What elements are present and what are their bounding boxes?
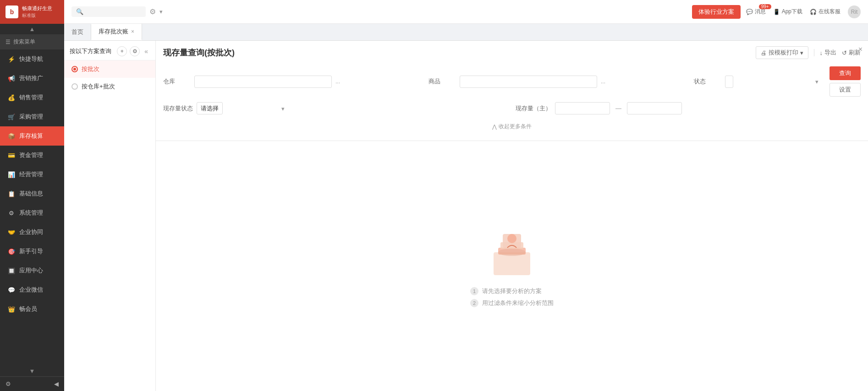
right-panel: 现存量查询(按批次) 🖨 按模板打印 ▾ ↓ 导出 ↺ 刷新 bbox=[156, 41, 868, 391]
scheme-by-batch[interactable]: 按批次 bbox=[64, 60, 155, 78]
messages-badge: 99+ bbox=[759, 4, 771, 9]
sidebar-header: b 畅康通好生意 标准版 bbox=[0, 0, 64, 24]
online-support-label: 在线客服 bbox=[819, 8, 841, 16]
scheme-by-warehouse-batch[interactable]: 按仓库+批次 bbox=[64, 78, 155, 95]
topbar-left: 🔍 ⚙ ▾ bbox=[71, 6, 687, 17]
collapse-more-btn[interactable]: ⋀ 收起更多条件 bbox=[163, 120, 861, 133]
main-area: 🔍 ⚙ ▾ 体验行业方案 💬 消息 99+ 📱 App下载 🎧 在线客服 bbox=[64, 0, 868, 391]
collapse-panel-btn[interactable]: « bbox=[143, 47, 150, 56]
brand-sub: 标准版 bbox=[22, 12, 52, 19]
settings-btn[interactable]: 设置 bbox=[830, 83, 861, 97]
sidebar-item-marketing[interactable]: 📢 营销推广 bbox=[0, 69, 64, 88]
tab-home-label: 首页 bbox=[71, 28, 83, 36]
nav-label: 企业协同 bbox=[19, 228, 43, 236]
nav-label: 畅会员 bbox=[19, 305, 37, 313]
goods-input[interactable] bbox=[460, 76, 597, 88]
query-btn[interactable]: 查询 bbox=[830, 66, 861, 80]
warehouse-more-btn[interactable]: ... bbox=[335, 78, 340, 85]
scroll-down-btn[interactable]: ▼ bbox=[0, 366, 64, 376]
basic-icon: 📋 bbox=[7, 190, 16, 198]
user-avatar-btn[interactable]: Rit bbox=[848, 5, 861, 18]
quick-nav-icon: ⚡ bbox=[7, 55, 16, 63]
sidebar-item-finance[interactable]: 💳 资金管理 bbox=[0, 146, 64, 165]
page-title: 现存量查询(按批次) bbox=[163, 47, 235, 58]
message-icon: 💬 bbox=[746, 9, 753, 15]
nav-label: 库存核算 bbox=[19, 132, 43, 140]
sidebar-item-apps[interactable]: 🔲 应用中心 bbox=[0, 261, 64, 280]
support-icon: 🎧 bbox=[810, 9, 817, 15]
sidebar-item-system[interactable]: ⚙ 系统管理 bbox=[0, 203, 64, 223]
print-icon: 🖨 bbox=[761, 49, 767, 56]
inventory-status-select[interactable]: 请选择 bbox=[197, 102, 223, 114]
industry-btn[interactable]: 体验行业方案 bbox=[692, 5, 741, 19]
goods-more-btn[interactable]: ... bbox=[601, 78, 605, 85]
warehouse-label: 仓库 bbox=[163, 77, 191, 86]
user-name: Rit bbox=[851, 9, 858, 15]
warehouse-input[interactable] bbox=[194, 76, 332, 88]
tab-home[interactable]: 首页 bbox=[64, 24, 91, 40]
radio-by-batch bbox=[71, 66, 78, 72]
empty-state: 1 请先选择要分析的方案 2 用过滤条件来缩小分析范围 bbox=[156, 141, 868, 391]
dropdown-icon[interactable]: ▾ bbox=[159, 8, 163, 15]
finance-icon: 💳 bbox=[7, 151, 16, 159]
sidebar-item-quick-nav[interactable]: ⚡ 快捷导航 bbox=[0, 49, 64, 69]
search-icon: ☰ bbox=[5, 39, 11, 45]
wechat-icon: 💬 bbox=[7, 286, 16, 294]
collapse-sidebar-icon[interactable]: ◀ bbox=[54, 380, 59, 387]
print-dropdown-icon: ▾ bbox=[800, 49, 803, 56]
sidebar-item-purchase[interactable]: 🛒 采购管理 bbox=[0, 107, 64, 126]
search-menu-btn[interactable]: ☰ 搜索菜单 bbox=[0, 34, 64, 49]
print-btn[interactable]: 🖨 按模板打印 ▾ bbox=[756, 46, 808, 59]
apps-icon: 🔲 bbox=[7, 266, 16, 275]
nav-label: 采购管理 bbox=[19, 113, 43, 121]
search-input[interactable] bbox=[86, 9, 141, 15]
inventory-status-select-wrapper[interactable]: 请选择 bbox=[197, 102, 288, 114]
radio-by-warehouse-batch bbox=[71, 83, 78, 90]
scroll-up-btn[interactable]: ▲ bbox=[0, 24, 64, 34]
add-scheme-btn[interactable]: + bbox=[117, 46, 127, 56]
app-download-btn[interactable]: 📱 App下载 bbox=[773, 8, 802, 16]
close-panel-btn[interactable]: × bbox=[858, 45, 863, 54]
topbar-search-box[interactable]: 🔍 bbox=[71, 6, 146, 17]
svg-point-5 bbox=[507, 234, 516, 243]
quantity-from-input[interactable] bbox=[555, 102, 610, 114]
settings-icon: ⚙ bbox=[132, 48, 137, 54]
sidebar-item-newbie[interactable]: 🎯 新手引导 bbox=[0, 242, 64, 261]
purchase-icon: 🛒 bbox=[7, 113, 16, 121]
nav-label: 营销推广 bbox=[19, 74, 43, 82]
tab-close-btn[interactable]: × bbox=[131, 28, 134, 35]
refresh-icon: ↺ bbox=[842, 49, 847, 56]
sidebar-item-inventory[interactable]: 📦 库存核算 bbox=[0, 126, 64, 146]
quantity-to-input[interactable] bbox=[627, 102, 682, 114]
topbar-icon-group: 💬 消息 99+ 📱 App下载 🎧 在线客服 Rit bbox=[746, 5, 861, 18]
empty-text: 1 请先选择要分析的方案 2 用过滤条件来缩小分析范围 bbox=[470, 287, 554, 307]
app-download-label: App下载 bbox=[782, 8, 802, 16]
sidebar-item-member[interactable]: 👑 畅会员 bbox=[0, 299, 64, 319]
sidebar-item-wechat[interactable]: 💬 企业微信 bbox=[0, 280, 64, 299]
nav-label: 应用中心 bbox=[19, 266, 43, 275]
online-support-btn[interactable]: 🎧 在线客服 bbox=[810, 8, 841, 16]
sidebar-item-basic[interactable]: 📋 基础信息 bbox=[0, 184, 64, 203]
export-btn[interactable]: ↓ 导出 bbox=[820, 49, 837, 57]
sidebar-item-sales[interactable]: 💰 销售管理 bbox=[0, 88, 64, 107]
left-panel-header: 按以下方案查询 + ⚙ « bbox=[64, 41, 155, 60]
nav-label: 系统管理 bbox=[19, 209, 43, 217]
scheme-settings-btn[interactable]: ⚙ bbox=[130, 46, 140, 56]
sidebar: b 畅康通好生意 标准版 ▲ ☰ 搜索菜单 ⚡ 快捷导航 📢 营销推广 💰 销售… bbox=[0, 0, 64, 391]
filter-inventory-status: 现存量状态 请选择 bbox=[163, 102, 508, 114]
tab-inventory-batch[interactable]: 库存批次账 × bbox=[91, 24, 142, 40]
status-select-wrapper[interactable] bbox=[725, 76, 822, 88]
settings-icon[interactable]: ⚙ bbox=[149, 7, 156, 16]
status-select[interactable] bbox=[725, 76, 733, 88]
hint-text-1: 请先选择要分析的方案 bbox=[482, 287, 542, 295]
sidebar-item-enterprise[interactable]: 🤝 企业协同 bbox=[0, 223, 64, 242]
sidebar-item-operations[interactable]: 📊 经营管理 bbox=[0, 165, 64, 184]
left-panel: 按以下方案查询 + ⚙ « 按批次 按仓库+批次 bbox=[64, 41, 156, 391]
settings-icon[interactable]: ⚙ bbox=[5, 380, 11, 387]
messages-btn[interactable]: 💬 消息 99+ bbox=[746, 8, 766, 16]
hint-text-2: 用过滤条件来缩小分析范围 bbox=[482, 299, 554, 307]
inventory-icon: 📦 bbox=[7, 132, 16, 140]
nav-label: 快捷导航 bbox=[19, 55, 43, 63]
sales-icon: 💰 bbox=[7, 93, 16, 102]
collapse-more-label: 收起更多条件 bbox=[499, 123, 532, 130]
